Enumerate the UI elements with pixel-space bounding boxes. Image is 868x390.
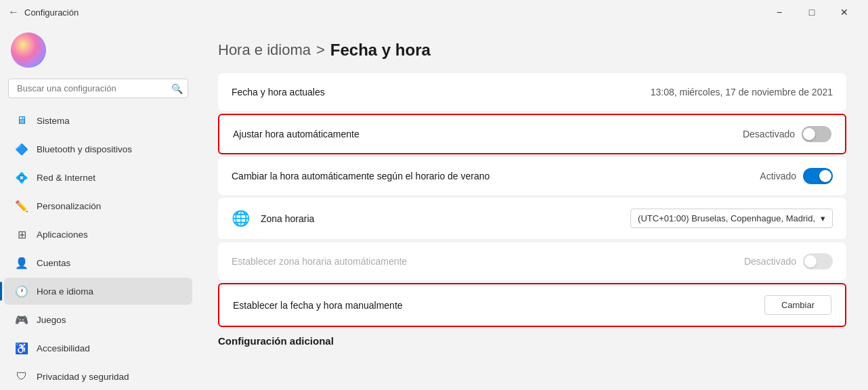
ajustar-auto-card: Ajustar hora automáticamente Desactivado	[218, 114, 846, 154]
zona-horaria-row: 🌐 Zona horaria (UTC+01:00) Bruselas, Cop…	[218, 198, 846, 240]
sidebar-label-cuentas: Cuentas	[37, 258, 70, 268]
title-bar: ← Configuración − □ ✕	[0, 0, 868, 24]
juegos-icon: 🎮	[15, 313, 28, 326]
close-button[interactable]: ✕	[829, 1, 860, 23]
sidebar-label-hora: Hora e idioma	[37, 286, 93, 297]
hora-icon: 🕐	[15, 284, 28, 298]
ajustar-auto-toggle[interactable]	[802, 126, 831, 142]
zona-horaria-value: (UTC+01:00) Bruselas, Copenhague, Madrid…	[638, 213, 815, 223]
accesibilidad-icon: ♿	[15, 341, 28, 355]
breadcrumb-parent: Hora e idioma	[218, 41, 311, 59]
aplicaciones-icon: ⊞	[15, 228, 28, 241]
breadcrumb-current: Fecha y hora	[330, 41, 431, 60]
sidebar-item-bluetooth[interactable]: 🔷 Bluetooth y dispositivos	[4, 135, 192, 162]
establecer-zona-label: Establecer zona horaria automáticamente	[232, 256, 407, 267]
zona-horaria-icon: 🌐	[232, 210, 250, 228]
sidebar-label-red: Red & Internet	[37, 173, 95, 183]
fecha-actual-card: Fecha y hora actuales 13:08, miércoles, …	[218, 73, 846, 111]
establecer-zona-value: Desactivado	[744, 253, 833, 269]
config-adicional-label: Configuración adicional	[218, 335, 846, 347]
minimize-button[interactable]: −	[764, 1, 795, 23]
ajustar-auto-row: Ajustar hora automáticamente Desactivado	[219, 115, 845, 153]
establecer-manual-label: Establecer la fecha y hora manualmente	[233, 300, 403, 311]
establecer-zona-card: Establecer zona horaria automáticamente …	[218, 242, 846, 280]
sidebar-item-red[interactable]: 💠 Red & Internet	[4, 164, 192, 191]
personalizacion-icon: ✏️	[15, 199, 28, 213]
toggle-track-disabled	[803, 253, 833, 269]
sidebar-label-sistema: Sistema	[37, 116, 70, 126]
content-area: Hora e idioma > Fecha y hora Fecha y hor…	[196, 24, 868, 390]
ajustar-auto-status: Desactivado	[743, 129, 795, 139]
sidebar: 🔍 🖥 Sistema 🔷 Bluetooth y dispositivos 💠…	[0, 24, 196, 390]
fecha-actual-value: 13:08, miércoles, 17 de noviembre de 202…	[651, 87, 833, 98]
zona-horaria-card: 🌐 Zona horaria (UTC+01:00) Bruselas, Cop…	[218, 198, 846, 240]
sidebar-item-aplicaciones[interactable]: ⊞ Aplicaciones	[4, 221, 192, 248]
avatar[interactable]	[11, 32, 46, 68]
title-bar-controls: − □ ✕	[764, 1, 860, 23]
fecha-actual-row: Fecha y hora actuales 13:08, miércoles, …	[218, 73, 846, 111]
toggle-thumb-disabled	[804, 255, 817, 267]
sidebar-label-juegos: Juegos	[37, 315, 66, 325]
search-icon[interactable]: 🔍	[171, 83, 183, 94]
sidebar-label-bluetooth: Bluetooth y dispositivos	[37, 144, 132, 154]
zona-horaria-select[interactable]: (UTC+01:00) Bruselas, Copenhague, Madrid…	[630, 209, 833, 228]
sidebar-label-personalizacion: Personalización	[37, 201, 101, 211]
cambiar-horario-value: Activado	[760, 168, 833, 184]
sidebar-item-cuentas[interactable]: 👤 Cuentas	[4, 249, 192, 276]
toggle-thumb	[803, 128, 815, 140]
search-input[interactable]	[8, 79, 188, 98]
breadcrumb-separator: >	[316, 41, 325, 59]
sidebar-label-aplicaciones: Aplicaciones	[37, 230, 88, 240]
toggle-track-off	[802, 126, 831, 142]
cuentas-icon: 👤	[15, 256, 28, 269]
cambiar-horario-label: Cambiar la hora automáticamente según el…	[232, 171, 490, 181]
ajustar-auto-label: Ajustar hora automáticamente	[233, 129, 360, 139]
cambiar-horario-toggle[interactable]	[803, 168, 833, 184]
sidebar-profile	[0, 24, 196, 79]
sidebar-label-privacidad: Privacidad y seguridad	[37, 372, 129, 382]
sidebar-item-personalizacion[interactable]: ✏️ Personalización	[4, 192, 192, 219]
establecer-manual-card: Establecer la fecha y hora manualmente C…	[218, 283, 846, 327]
privacidad-icon: 🛡	[15, 370, 28, 383]
toggle-thumb-on	[819, 170, 831, 182]
establecer-zona-row: Establecer zona horaria automáticamente …	[218, 242, 846, 280]
sidebar-item-sistema[interactable]: 🖥 Sistema	[4, 107, 192, 134]
establecer-zona-toggle	[803, 253, 833, 269]
ajustar-auto-value: Desactivado	[743, 126, 831, 142]
zona-horaria-label: Zona horaria	[261, 213, 314, 224]
sidebar-nav: 🖥 Sistema 🔷 Bluetooth y dispositivos 💠 R…	[0, 106, 196, 390]
sidebar-item-privacidad[interactable]: 🛡 Privacidad y seguridad	[4, 363, 192, 390]
sidebar-item-accesibilidad[interactable]: ♿ Accesibilidad	[4, 334, 192, 362]
toggle-track-on	[803, 168, 833, 184]
fecha-actual-label: Fecha y hora actuales	[232, 87, 325, 98]
sidebar-label-accesibilidad: Accesibilidad	[37, 343, 90, 353]
chevron-down-icon: ▾	[821, 213, 825, 223]
cambiar-horario-status: Activado	[760, 171, 796, 181]
sistema-icon: 🖥	[15, 114, 28, 127]
title-bar-left: ← Configuración	[8, 6, 79, 18]
cambiar-horario-card: Cambiar la hora automáticamente según el…	[218, 157, 846, 195]
bluetooth-icon: 🔷	[15, 142, 28, 156]
establecer-zona-status: Desactivado	[744, 256, 796, 267]
maximize-button[interactable]: □	[796, 1, 827, 23]
sidebar-item-juegos[interactable]: 🎮 Juegos	[4, 306, 192, 333]
cambiar-button[interactable]: Cambiar	[764, 295, 831, 315]
back-button[interactable]: ←	[8, 6, 19, 18]
sidebar-item-hora[interactable]: 🕐 Hora e idioma	[4, 278, 192, 305]
breadcrumb: Hora e idioma > Fecha y hora	[218, 41, 846, 60]
search-box: 🔍	[8, 79, 188, 98]
app-body: 🔍 🖥 Sistema 🔷 Bluetooth y dispositivos 💠…	[0, 24, 868, 390]
cambiar-horario-row: Cambiar la hora automáticamente según el…	[218, 157, 846, 195]
app-title: Configuración	[24, 7, 79, 18]
red-icon: 💠	[15, 171, 28, 184]
